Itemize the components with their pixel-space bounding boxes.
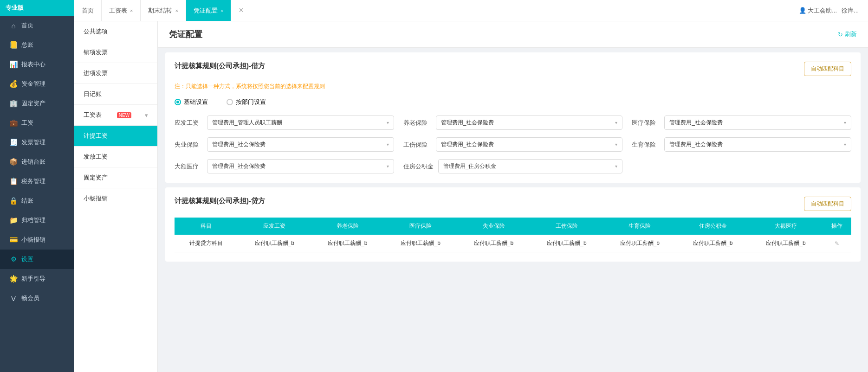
company-name: 徐库... bbox=[842, 6, 859, 15]
sidebar-item-archive[interactable]: 📁归档管理 bbox=[0, 211, 74, 230]
sidebar-item-salary[interactable]: 💼工资 bbox=[0, 113, 74, 133]
sidebar-item-tax[interactable]: 📋税务管理 bbox=[0, 172, 74, 191]
radio-department-setting[interactable]: 按部门设置 bbox=[227, 98, 266, 106]
assets-icon: 🏢 bbox=[9, 99, 18, 108]
close-panel-button[interactable]: × bbox=[231, 6, 251, 15]
sidebar-item-home[interactable]: ⌂首页 bbox=[0, 16, 74, 35]
debit-auto-match-button[interactable]: 自动匹配科目 bbox=[804, 62, 851, 76]
credit-section-title: 计提核算规则(公司承担)-贷方 bbox=[175, 197, 265, 205]
sidebar: 专业版 ⌂首页📒总账📊报表中心💰资金管理🏢固定资产💼工资🧾发票管理📦进销台账📋税… bbox=[0, 0, 74, 372]
debit-form-item-1: 养老保险 管理费用_社会保险费 ▾ bbox=[403, 115, 623, 130]
left-nav-item-4[interactable]: 工资表NEW▾ bbox=[74, 105, 157, 126]
radio-basic-indicator bbox=[175, 99, 181, 105]
debit-form-label-2: 医疗保险 bbox=[632, 119, 660, 127]
closing-icon: 🔒 bbox=[9, 197, 18, 205]
debit-section: 计提核算规则(公司承担)-借方 自动匹配科目 注：只能选择一种方式，系统将按照您… bbox=[165, 52, 861, 183]
credit-col-header-7: 住房公积金 bbox=[676, 218, 749, 235]
sidebar-item-funds[interactable]: 💰资金管理 bbox=[0, 74, 74, 94]
debit-form-select-0[interactable]: 管理费用_管理人员职工薪酬 ▾ bbox=[207, 115, 394, 130]
left-nav-label-1: 销项发票 bbox=[84, 48, 108, 57]
credit-col-header-2: 养老保险 bbox=[311, 218, 384, 235]
sidebar-label-reports: 报表中心 bbox=[21, 60, 45, 69]
debit-form-label-7: 住房公积金 bbox=[403, 162, 434, 171]
debit-form-select-5[interactable]: 管理费用_社会保险费 ▾ bbox=[664, 137, 851, 152]
left-nav-label-3: 日记账 bbox=[84, 90, 102, 98]
credit-col-header-5: 工伤保险 bbox=[530, 218, 603, 235]
debit-form-item-4: 工伤保险 管理费用_社会保险费 ▾ bbox=[403, 137, 623, 152]
funds-icon: 💰 bbox=[9, 80, 18, 88]
debit-form-label-1: 养老保险 bbox=[403, 119, 431, 127]
debit-form-item-5: 生育保险 管理费用_社会保险费 ▾ bbox=[632, 137, 851, 152]
sidebar-item-closing[interactable]: 🔒结账 bbox=[0, 191, 74, 211]
left-nav-item-7[interactable]: 固定资产 bbox=[74, 167, 157, 188]
tab-close-3[interactable]: × bbox=[220, 8, 223, 13]
debit-form-select-3[interactable]: 管理费用_社会保险费 ▾ bbox=[207, 137, 394, 152]
reports-icon: 📊 bbox=[9, 60, 18, 69]
left-nav-label-7: 固定资产 bbox=[84, 173, 108, 182]
sidebar-item-guide[interactable]: 🌟新手引导 bbox=[0, 269, 74, 289]
tab-0[interactable]: 首页 bbox=[74, 0, 102, 21]
debit-select-arrow-2: ▾ bbox=[844, 120, 846, 125]
refresh-button[interactable]: ↻ 刷新 bbox=[838, 30, 857, 38]
credit-table: 科目应发工资养老保险医疗保险失业保险工伤保险生育保险住房公积金大额医疗操作 计提… bbox=[175, 218, 851, 252]
page-header: 凭证配置 ↻ 刷新 bbox=[158, 21, 868, 48]
credit-table-wrap: 科目应发工资养老保险医疗保险失业保险工伤保险生育保险住房公积金大额医疗操作 计提… bbox=[175, 218, 851, 252]
archive-icon: 📁 bbox=[9, 216, 18, 224]
tab-close-1[interactable]: × bbox=[130, 8, 133, 13]
left-nav-item-1[interactable]: 销项发票 bbox=[74, 42, 157, 63]
debit-form-label-5: 生育保险 bbox=[632, 141, 660, 149]
page-title: 凭证配置 bbox=[169, 29, 202, 40]
debit-form-select-2[interactable]: 管理费用_社会保险费 ▾ bbox=[664, 115, 851, 130]
debit-select-arrow-0: ▾ bbox=[387, 120, 389, 125]
left-nav-label-5: 计提工资 bbox=[84, 132, 108, 140]
debit-form-select-6[interactable]: 管理费用_社会保险费 ▾ bbox=[207, 159, 394, 173]
left-nav-item-5[interactable]: 计提工资 bbox=[74, 126, 157, 147]
debit-form-value-0: 管理费用_管理人员职工薪酬 bbox=[212, 119, 282, 127]
debit-form-item-2: 医疗保险 管理费用_社会保险费 ▾ bbox=[632, 115, 851, 130]
left-nav-item-8[interactable]: 小畅报销 bbox=[74, 188, 157, 209]
sidebar-label-vip: 畅会员 bbox=[21, 294, 39, 302]
debit-form-value-7: 管理费用_住房公积金 bbox=[443, 162, 497, 170]
debit-select-arrow-6: ▾ bbox=[387, 164, 389, 169]
sidebar-label-salary: 工资 bbox=[21, 119, 33, 127]
debit-form-select-4[interactable]: 管理费用_社会保险费 ▾ bbox=[436, 137, 623, 152]
sidebar-item-xiaochange[interactable]: 💳小畅报销 bbox=[0, 230, 74, 250]
tab-2[interactable]: 期末结转× bbox=[141, 0, 186, 21]
radio-basic-setting[interactable]: 基础设置 bbox=[175, 98, 208, 106]
xiaochange-icon: 💳 bbox=[9, 236, 18, 244]
credit-cell-0-3: 应付职工薪酬_b bbox=[384, 235, 457, 252]
sidebar-label-guide: 新手引导 bbox=[21, 275, 45, 283]
credit-cell-0-9[interactable]: ✎ bbox=[823, 235, 851, 252]
tab-label-0: 首页 bbox=[82, 6, 94, 15]
main-area: 首页工资表×期末结转×凭证配置×× 👤 大工会助... 徐库... 公共选项销项… bbox=[74, 0, 868, 372]
topbar: 首页工资表×期末结转×凭证配置×× 👤 大工会助... 徐库... bbox=[74, 0, 868, 21]
left-nav-item-3[interactable]: 日记账 bbox=[74, 84, 157, 105]
tab-1[interactable]: 工资表× bbox=[102, 0, 141, 21]
sidebar-item-vip[interactable]: V畅会员 bbox=[0, 289, 74, 308]
left-nav-label-8: 小畅报销 bbox=[84, 194, 108, 203]
tab-close-2[interactable]: × bbox=[175, 8, 178, 13]
tab-3[interactable]: 凭证配置× bbox=[186, 0, 231, 21]
left-nav-item-0[interactable]: 公共选项 bbox=[74, 21, 157, 42]
sidebar-item-settings[interactable]: ⚙设置 bbox=[0, 250, 74, 269]
sidebar-item-ledger[interactable]: 📒总账 bbox=[0, 35, 74, 55]
debit-form-select-1[interactable]: 管理费用_社会保险费 ▾ bbox=[436, 115, 623, 130]
sidebar-label-tax: 税务管理 bbox=[21, 177, 45, 186]
credit-col-header-9: 操作 bbox=[823, 218, 851, 235]
sidebar-label-stock: 进销台账 bbox=[21, 158, 45, 166]
sidebar-label-closing: 结账 bbox=[21, 197, 33, 205]
left-nav-item-2[interactable]: 进项发票 bbox=[74, 63, 157, 84]
settings-icon: ⚙ bbox=[9, 255, 18, 263]
sidebar-item-reports[interactable]: 📊报表中心 bbox=[0, 55, 74, 74]
credit-auto-match-button[interactable]: 自动匹配科目 bbox=[804, 197, 851, 211]
left-nav-item-6[interactable]: 发放工资 bbox=[74, 147, 157, 167]
debit-form-select-7[interactable]: 管理费用_住房公积金 ▾ bbox=[438, 159, 623, 173]
invoice-icon: 🧾 bbox=[9, 138, 18, 147]
sidebar-item-assets[interactable]: 🏢固定资产 bbox=[0, 94, 74, 113]
vip-icon: V bbox=[9, 295, 18, 302]
credit-section: 计提核算规则(公司承担)-贷方 自动匹配科目 科目应发工资养老保险医疗保险失业保… bbox=[165, 187, 861, 262]
tab-label-1: 工资表 bbox=[109, 6, 127, 15]
credit-col-header-6: 生育保险 bbox=[603, 218, 676, 235]
sidebar-item-invoice[interactable]: 🧾发票管理 bbox=[0, 133, 74, 152]
sidebar-item-stock[interactable]: 📦进销台账 bbox=[0, 152, 74, 172]
